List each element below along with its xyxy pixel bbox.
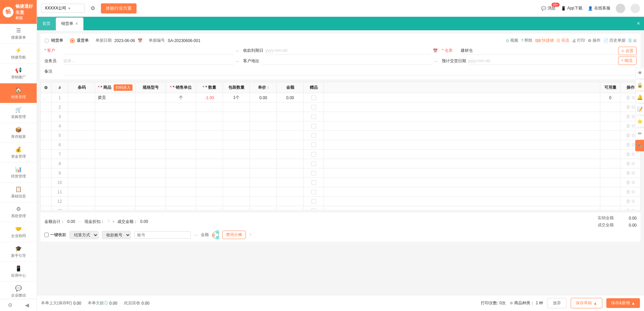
row-gift-cell[interactable] <box>304 159 324 168</box>
due-date-calendar-icon[interactable]: 📅 <box>433 48 438 53</box>
row-unit-price-cell[interactable] <box>250 178 277 187</box>
row-remark-cell[interactable] <box>324 206 600 210</box>
delete-row-icon[interactable]: 🗑 <box>626 132 631 138</box>
row-quantity-cell[interactable] <box>196 150 223 159</box>
row-remark-cell[interactable] <box>324 93 600 103</box>
row-unit-price-cell[interactable] <box>250 197 277 206</box>
row-barcode-cell[interactable] <box>68 178 95 187</box>
row-barcode-cell[interactable] <box>68 159 95 168</box>
row-pack-qty-cell[interactable] <box>223 112 250 121</box>
save-new-button[interactable]: 保存&新增 ▲ <box>606 298 640 308</box>
row-product-cell[interactable]: 拨贡 <box>95 93 136 103</box>
tab-sales-order[interactable]: 销货单 × <box>56 17 83 31</box>
row-pack-qty-cell[interactable] <box>223 131 250 140</box>
app-download-button[interactable]: 📱 App下载 <box>561 5 582 11</box>
row-unit-price-cell[interactable] <box>250 131 277 140</box>
copy-row-icon[interactable]: ⧉ <box>632 189 635 194</box>
user-avatar[interactable] <box>616 4 625 13</box>
gift-checkbox[interactable] <box>311 124 316 128</box>
message-button[interactable]: 💬 消息 99+ <box>541 5 556 11</box>
remark-input[interactable] <box>63 68 637 75</box>
row-unit-cell[interactable] <box>166 131 196 140</box>
row-unit-cell[interactable] <box>166 168 196 178</box>
calc-method-select[interactable]: 结算方式 <box>70 231 99 239</box>
copy-row-icon[interactable]: ⧉ <box>632 161 635 166</box>
one-click-pay-checkbox[interactable]: 一键收款 <box>44 232 66 238</box>
row-remark-cell[interactable] <box>324 168 600 178</box>
row-quantity-cell[interactable] <box>196 131 223 140</box>
sidebar-item-weixin[interactable]: 💬 企业微信 <box>0 282 37 299</box>
row-unit-price-cell[interactable] <box>250 150 277 159</box>
account-select[interactable]: 收款账号 <box>102 231 131 239</box>
row-barcode-cell[interactable] <box>68 206 95 210</box>
row-product-cell[interactable] <box>95 112 136 121</box>
row-remark-cell[interactable] <box>324 150 600 159</box>
row-gift-cell[interactable] <box>304 197 324 206</box>
row-unit-price-cell[interactable] <box>250 140 277 150</box>
collapse-icon[interactable]: ◀ <box>25 302 29 308</box>
delete-row-icon[interactable]: 🗑 <box>626 114 631 119</box>
salesperson-input[interactable] <box>63 57 234 65</box>
row-product-cell[interactable] <box>95 159 136 168</box>
trial-button[interactable]: 体验行业方案 <box>101 3 137 13</box>
row-pack-qty-cell[interactable] <box>223 197 250 206</box>
delete-row-icon[interactable]: 🗑 <box>626 104 631 110</box>
copy-row-icon[interactable]: ⧉ <box>632 198 635 204</box>
row-remark-cell[interactable] <box>324 178 600 187</box>
expand-icon[interactable]: ··· <box>194 233 197 237</box>
row-quantity-cell[interactable] <box>196 197 223 206</box>
row-unit-price-cell[interactable] <box>250 112 277 121</box>
row-product-cell[interactable] <box>95 197 136 206</box>
gift-checkbox[interactable] <box>311 190 316 194</box>
gift-checkbox[interactable] <box>311 95 316 100</box>
sidebar-item-sales[interactable]: 🏠 销售管理 <box>0 83 37 103</box>
customer-expand-icon[interactable]: ··· <box>236 48 239 53</box>
row-amount-cell[interactable] <box>277 187 304 197</box>
copy-row-icon[interactable]: ⧉ <box>632 95 635 100</box>
delete-row-icon[interactable]: 🗑 <box>626 95 631 100</box>
row-spec-cell[interactable] <box>136 131 166 140</box>
sidebar-item-marketing[interactable]: 📢 营销推广 <box>0 64 37 83</box>
row-pack-qty-cell[interactable]: 1个 <box>223 93 250 103</box>
row-quantity-cell[interactable] <box>196 206 223 210</box>
tab-home[interactable]: 首页 <box>37 17 56 30</box>
row-product-cell[interactable] <box>95 187 136 197</box>
row-unit-cell[interactable] <box>166 187 196 197</box>
customer-input[interactable] <box>63 47 234 54</box>
row-spec-cell[interactable] <box>136 93 166 103</box>
row-spec-cell[interactable] <box>136 168 166 178</box>
help-action[interactable]: ? 帮助 <box>521 38 532 43</box>
warehouse-input[interactable] <box>461 47 631 54</box>
row-unit-cell[interactable] <box>166 121 196 131</box>
row-spec-cell[interactable] <box>136 197 166 206</box>
one-click-checkbox[interactable] <box>44 233 49 237</box>
delete-row-icon[interactable]: 🗑 <box>626 142 631 147</box>
row-unit-cell[interactable] <box>166 140 196 150</box>
logistics-button[interactable]: + 物流 <box>618 56 637 65</box>
row-amount-cell[interactable] <box>277 140 304 150</box>
row-product-cell[interactable] <box>95 140 136 150</box>
delete-row-icon[interactable]: 🗑 <box>626 161 631 166</box>
row-product-cell[interactable] <box>95 150 136 159</box>
row-spec-cell[interactable] <box>136 206 166 210</box>
row-remark-cell[interactable] <box>324 121 600 131</box>
row-barcode-cell[interactable] <box>68 103 95 112</box>
return-order-radio[interactable]: 退货单 <box>70 38 89 43</box>
row-pack-qty-cell[interactable] <box>223 187 250 197</box>
row-spec-cell[interactable] <box>136 178 166 187</box>
expected-delivery-input[interactable] <box>468 57 630 65</box>
tab-close-icon[interactable]: × <box>75 21 78 26</box>
copy-row-icon[interactable]: ⧉ <box>632 104 635 110</box>
grid-view-icon[interactable]: ⊞ <box>633 38 637 43</box>
row-unit-cell[interactable] <box>166 150 196 159</box>
row-amount-cell[interactable]: 0.00 <box>277 93 304 103</box>
row-remark-cell[interactable] <box>324 187 600 197</box>
delete-row-icon[interactable]: 🗑 <box>626 208 631 210</box>
delete-row-icon[interactable]: 🗑 <box>626 189 631 194</box>
sidebar-item-purchase[interactable]: 🛒 采购管理 <box>0 103 37 123</box>
row-remark-cell[interactable] <box>324 131 600 140</box>
row-amount-cell[interactable] <box>277 103 304 112</box>
row-pack-qty-cell[interactable] <box>223 206 250 210</box>
sidebar-item-base[interactable]: 📋 基础信息 <box>0 183 37 202</box>
copy-row-icon[interactable]: ⧉ <box>632 142 635 147</box>
